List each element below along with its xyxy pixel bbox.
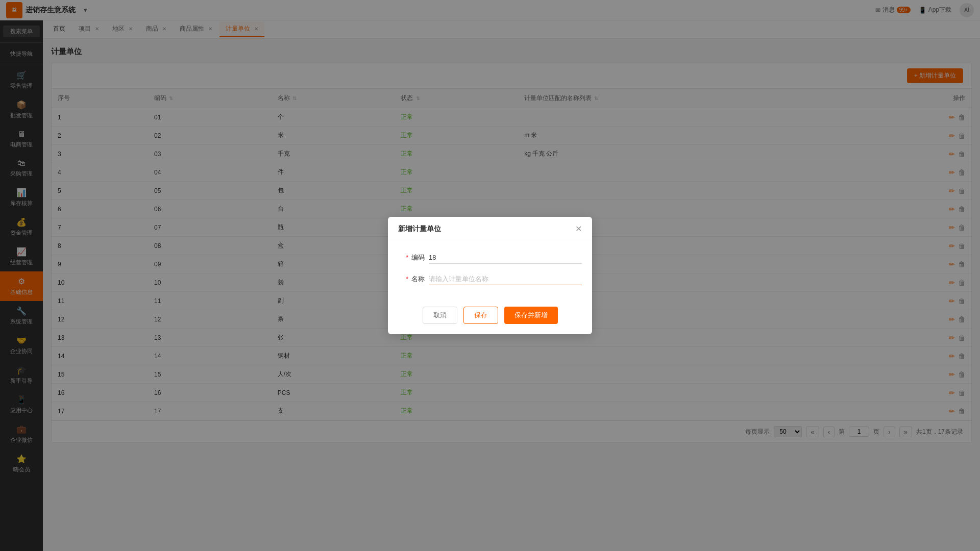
dialog-body: * 编码 * 名称 bbox=[388, 239, 592, 303]
dialog-header: 新增计量单位 ✕ bbox=[388, 217, 592, 239]
dialog-footer: 取消 保存 保存并新增 bbox=[388, 303, 592, 334]
cancel-button[interactable]: 取消 bbox=[423, 307, 457, 324]
dialog-title: 新增计量单位 bbox=[398, 224, 441, 234]
dialog-overlay: 新增计量单位 ✕ * 编码 * 名称 取消 保存 保存并新增 bbox=[0, 0, 980, 551]
name-required: * bbox=[406, 275, 408, 283]
code-form-row: * 编码 bbox=[398, 252, 582, 264]
name-form-row: * 名称 bbox=[398, 273, 582, 285]
add-measure-dialog: 新增计量单位 ✕ * 编码 * 名称 取消 保存 保存并新增 bbox=[388, 217, 592, 334]
name-input[interactable] bbox=[429, 273, 582, 285]
code-input[interactable] bbox=[429, 252, 582, 264]
code-label: * 编码 bbox=[398, 253, 429, 262]
name-label: * 名称 bbox=[398, 274, 429, 284]
dialog-close-btn[interactable]: ✕ bbox=[575, 224, 582, 234]
code-required: * bbox=[406, 254, 408, 261]
save-new-button[interactable]: 保存并新增 bbox=[504, 307, 558, 324]
save-button[interactable]: 保存 bbox=[463, 307, 498, 324]
